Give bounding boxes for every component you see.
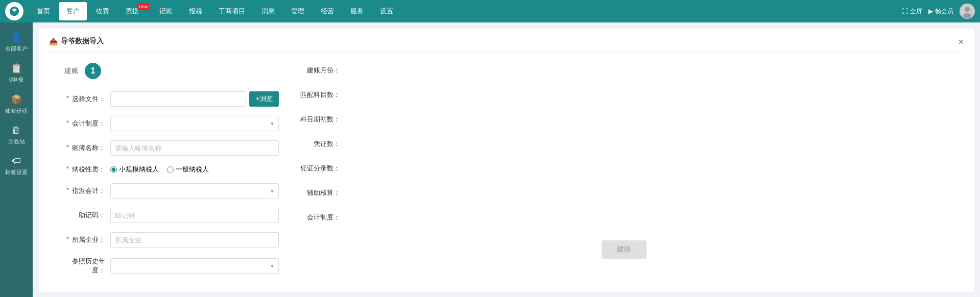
fullscreen-icon: ⛶ <box>902 8 908 15</box>
top-nav: 首页 客户 收费 票据 new 记账 报税 工商项目 消息 管理 经营 服务 设… <box>0 0 980 22</box>
sidebar-item-all-customers[interactable]: 👤 全部客户 <box>0 27 33 58</box>
voucher-count-label: 凭证数： <box>299 139 345 148</box>
nav-services[interactable]: 服务 <box>343 2 371 20</box>
init-balance-row: 科目期初数： <box>299 112 948 127</box>
app-logo[interactable] <box>5 2 23 20</box>
migration-icon: 📦 <box>11 94 22 105</box>
step-circle: 1 <box>85 63 101 79</box>
belongs-company-label: 所属企业： <box>64 235 110 244</box>
user-icon: 👤 <box>11 32 22 43</box>
new-badge: new <box>137 3 149 10</box>
voucher-entries-row: 凭证分录数： <box>299 161 948 176</box>
memo-code-row: 助记码： <box>64 208 279 223</box>
nav-billing[interactable]: 收费 <box>89 2 116 20</box>
voucher-entries-value <box>345 161 948 176</box>
nav-messages[interactable]: 消息 <box>254 2 282 20</box>
nav-right: ⛶ 全屏 ▶ 畅会员 <box>902 4 975 19</box>
fullscreen-btn[interactable]: ⛶ 全屏 <box>902 7 922 16</box>
nav-items: 首页 客户 收费 票据 new 记账 报税 工商项目 消息 管理 经营 服务 设… <box>30 2 902 20</box>
nav-invoices[interactable]: 票据 new <box>118 2 150 20</box>
match-subjects-value <box>345 87 948 103</box>
sidebar-item-migration[interactable]: 📦 账套迁移 <box>0 89 33 120</box>
form-left: 建账 1 选择文件： +浏览 会计制度： <box>64 63 279 284</box>
sidebar: 👤 全部客户 📋 0申报 📦 账套迁移 🗑 回收站 🏷 标签设置 <box>0 22 33 297</box>
sidebar-item-recycle[interactable]: 🗑 回收站 <box>0 120 33 151</box>
sidebar-item-tags[interactable]: 🏷 标签设置 <box>0 151 33 181</box>
vip-icon: ▶ <box>928 8 933 15</box>
match-subjects-row: 匹配科目数： <box>299 87 948 103</box>
form-container: 建账 1 选择文件： +浏览 会计制度： <box>49 63 964 284</box>
aux-accounting-row: 辅助核算： <box>299 185 948 201</box>
radio-general-taxpayer[interactable]: 一般纳税人 <box>167 165 209 174</box>
voucher-count-value <box>345 136 948 152</box>
accounting-system-right-value <box>345 210 948 225</box>
assign-accountant-select[interactable] <box>110 183 279 199</box>
build-month-value <box>345 63 948 78</box>
tax-nature-row: 纳税性质： 小规模纳税人 一般纳税人 <box>64 165 279 174</box>
voucher-entries-label: 凭证分录数： <box>299 164 345 173</box>
step-label: 建账 <box>64 66 79 76</box>
nav-home[interactable]: 首页 <box>30 2 57 20</box>
nav-customers[interactable]: 客户 <box>59 2 87 20</box>
svg-point-4 <box>963 13 971 18</box>
recycle-icon: 🗑 <box>12 125 21 136</box>
build-month-label: 建账月份： <box>299 66 345 75</box>
reference-year-row: 参照历史年度： ▼ <box>64 257 279 275</box>
reference-year-label: 参照历史年度： <box>64 257 110 275</box>
init-balance-value <box>345 112 948 127</box>
panel-title: 📤 导爷数据导入 <box>49 37 964 53</box>
build-month-row: 建账月份： <box>299 63 948 78</box>
browse-button[interactable]: +浏览 <box>249 91 279 107</box>
nav-tax[interactable]: 报税 <box>182 2 209 20</box>
assign-accountant-label: 指派会计： <box>64 186 110 195</box>
nav-accounting[interactable]: 记账 <box>152 2 180 20</box>
declaration-icon: 📋 <box>11 63 22 74</box>
nav-finance[interactable]: 经营 <box>314 2 341 20</box>
accounting-system-select[interactable] <box>110 116 279 131</box>
radio-small-taxpayer[interactable]: 小规模纳税人 <box>110 165 159 174</box>
aux-accounting-value <box>345 185 948 201</box>
main-content: 📤 导爷数据导入 × 建账 1 选择文件： <box>33 22 980 297</box>
sidebar-item-declaration[interactable]: 📋 0申报 <box>0 58 33 89</box>
file-select-row: 选择文件： +浏览 <box>64 91 279 107</box>
ledger-name-label: 账簿名称： <box>64 143 110 153</box>
svg-point-1 <box>13 9 15 11</box>
nav-management[interactable]: 管理 <box>284 2 312 20</box>
init-balance-label: 科目期初数： <box>299 115 345 124</box>
vip-btn[interactable]: ▶ 畅会员 <box>928 7 953 16</box>
build-account-button[interactable]: 建账 <box>602 240 647 259</box>
form-right: 建账月份： 匹配科目数： 科目期初数： 凭证数： <box>299 63 948 284</box>
reference-year-select[interactable] <box>110 258 279 274</box>
import-icon: 📤 <box>49 37 58 45</box>
aux-accounting-label: 辅助核算： <box>299 188 345 197</box>
assign-accountant-row: 指派会计： ▼ <box>64 183 279 199</box>
svg-point-3 <box>965 7 970 12</box>
tag-icon: 🏷 <box>12 156 21 166</box>
user-avatar[interactable] <box>960 4 975 19</box>
accounting-system-right-row: 会计制度： <box>299 210 948 225</box>
memo-code-input[interactable] <box>110 208 279 223</box>
voucher-count-row: 凭证数： <box>299 136 948 152</box>
nav-business[interactable]: 工商项目 <box>211 2 252 20</box>
ledger-name-row: 账簿名称： <box>64 140 279 156</box>
file-label: 选择文件： <box>64 94 110 104</box>
tax-nature-label: 纳税性质： <box>64 165 110 174</box>
tax-nature-radios: 小规模纳税人 一般纳税人 <box>110 165 209 174</box>
step-header: 建账 1 <box>64 63 279 79</box>
accounting-system-label: 会计制度： <box>64 119 110 128</box>
nav-settings[interactable]: 设置 <box>373 2 400 20</box>
match-subjects-label: 匹配科目数： <box>299 90 345 100</box>
close-button[interactable]: × <box>958 37 964 47</box>
ledger-name-input[interactable] <box>110 140 279 156</box>
accounting-system-row: 会计制度： ▼ <box>64 116 279 131</box>
belongs-company-input[interactable] <box>110 232 279 247</box>
belongs-company-row: 所属企业： <box>64 232 279 247</box>
import-panel: 📤 导爷数据导入 × 建账 1 选择文件： <box>39 29 974 292</box>
file-input[interactable] <box>110 91 246 107</box>
memo-code-label: 助记码： <box>64 211 110 220</box>
accounting-system-right-label: 会计制度： <box>299 213 345 222</box>
layout: 👤 全部客户 📋 0申报 📦 账套迁移 🗑 回收站 🏷 标签设置 📤 导爷数据导… <box>0 22 980 297</box>
